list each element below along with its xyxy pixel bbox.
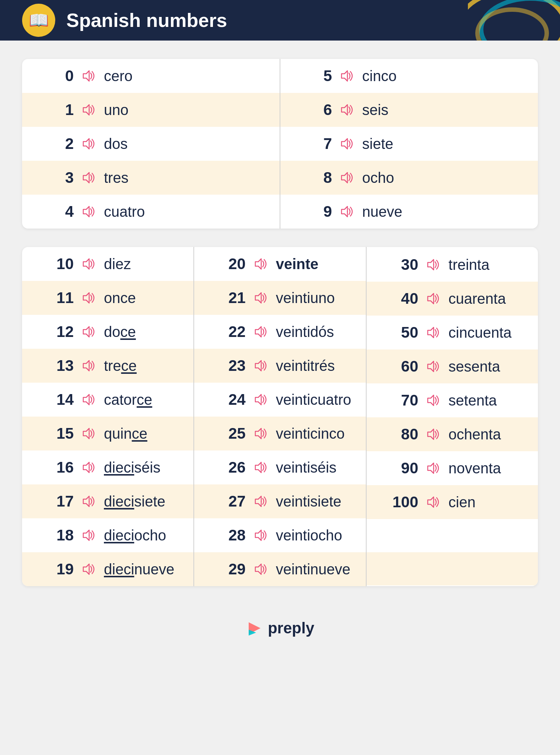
number-label: 90 xyxy=(381,459,418,477)
speaker-icon[interactable] xyxy=(339,205,356,218)
svg-point-10 xyxy=(89,264,90,265)
speaker-icon[interactable] xyxy=(81,69,97,83)
number-label: 12 xyxy=(37,323,74,341)
number-label: 0 xyxy=(37,67,74,85)
speaker-icon[interactable] xyxy=(81,359,97,372)
number-label: 19 xyxy=(37,560,74,578)
svg-point-36 xyxy=(433,468,434,469)
list-item: 12 doce xyxy=(22,315,193,349)
svg-point-21 xyxy=(260,298,262,299)
svg-point-30 xyxy=(433,264,434,265)
svg-point-4 xyxy=(89,211,90,212)
list-item: 18 dieciocho xyxy=(22,518,193,552)
header-logo: 📖 xyxy=(22,4,55,37)
svg-point-19 xyxy=(89,569,90,570)
svg-point-33 xyxy=(433,366,434,367)
number-label: 20 xyxy=(209,255,246,273)
svg-point-8 xyxy=(347,177,348,178)
number-label: 60 xyxy=(381,358,418,375)
speaker-icon[interactable] xyxy=(253,427,269,440)
svg-point-29 xyxy=(260,569,262,570)
number-label: 2 xyxy=(37,135,74,153)
speaker-icon[interactable] xyxy=(253,563,269,576)
svg-point-16 xyxy=(89,467,90,468)
speaker-icon[interactable] xyxy=(426,394,442,407)
speaker-icon[interactable] xyxy=(253,495,269,508)
list-item: 27 veintisiete xyxy=(194,484,366,518)
list-item: 70 setenta xyxy=(367,383,538,417)
list-item: 5 cinco xyxy=(280,59,538,93)
list-item: 0 cero xyxy=(22,59,280,93)
speaker-icon[interactable] xyxy=(339,171,356,184)
number-label: 25 xyxy=(209,425,246,442)
col-left: 0 cero 1 uno 2 dos 3 tres 4 xyxy=(22,59,280,229)
speaker-icon[interactable] xyxy=(426,326,442,339)
speaker-icon[interactable] xyxy=(426,360,442,373)
speaker-icon[interactable] xyxy=(426,462,442,475)
svg-point-3 xyxy=(89,177,90,178)
col-30s-100: 30 treinta 40 cuarenta 50 cincuenta 60 s… xyxy=(367,248,538,585)
svg-point-37 xyxy=(433,502,434,503)
list-item: 17 diecisiete xyxy=(22,484,193,518)
speaker-icon[interactable] xyxy=(81,393,97,406)
speaker-icon[interactable] xyxy=(81,325,97,338)
speaker-icon[interactable] xyxy=(81,257,97,271)
list-item xyxy=(367,519,538,552)
svg-point-0 xyxy=(89,76,90,77)
speaker-icon[interactable] xyxy=(81,205,97,218)
speaker-icon[interactable] xyxy=(81,137,97,150)
speaker-icon[interactable] xyxy=(81,563,97,576)
speaker-icon[interactable] xyxy=(253,529,269,542)
list-item: 13 trece xyxy=(22,349,193,383)
speaker-icon[interactable] xyxy=(339,103,356,116)
list-item: 28 veintiocho xyxy=(194,518,366,552)
speaker-icon[interactable] xyxy=(81,495,97,508)
speaker-icon[interactable] xyxy=(81,427,97,440)
speaker-icon[interactable] xyxy=(253,393,269,406)
speaker-icon[interactable] xyxy=(253,461,269,474)
svg-point-2 xyxy=(89,143,90,145)
svg-point-6 xyxy=(347,109,348,111)
svg-point-34 xyxy=(433,400,434,401)
speaker-icon[interactable] xyxy=(81,461,97,474)
speaker-icon[interactable] xyxy=(253,291,269,305)
svg-point-7 xyxy=(347,143,348,145)
number-label: 16 xyxy=(37,459,74,476)
preply-icon xyxy=(246,619,263,637)
list-item: 90 noventa xyxy=(367,451,538,485)
page-title: Spanish numbers xyxy=(66,9,227,31)
speaker-icon[interactable] xyxy=(339,69,356,83)
col-10s: 10 diez 11 once 12 doce 13 trece 14 xyxy=(22,247,194,586)
speaker-icon[interactable] xyxy=(426,292,442,305)
speaker-icon[interactable] xyxy=(253,325,269,338)
speaker-icon[interactable] xyxy=(81,103,97,116)
speaker-icon[interactable] xyxy=(426,428,442,441)
list-item: 9 nueve xyxy=(280,195,538,229)
list-item: 11 once xyxy=(22,281,193,315)
speaker-icon[interactable] xyxy=(81,291,97,305)
list-item: 60 sesenta xyxy=(367,349,538,383)
list-item: 20 veinte xyxy=(194,247,366,281)
speaker-icon[interactable] xyxy=(426,495,442,509)
number-label: 70 xyxy=(381,392,418,409)
number-label: 23 xyxy=(209,357,246,375)
speaker-icon[interactable] xyxy=(81,171,97,184)
svg-point-32 xyxy=(433,332,434,333)
number-label: 29 xyxy=(209,560,246,578)
speaker-icon[interactable] xyxy=(339,137,356,150)
list-item: 15 quince xyxy=(22,417,193,450)
number-label: 8 xyxy=(295,169,332,187)
list-item: 22 veintidós xyxy=(194,315,366,349)
speaker-icon[interactable] xyxy=(81,529,97,542)
speaker-icon[interactable] xyxy=(253,257,269,271)
col-right: 5 cinco 6 seis 7 siete 8 ocho 9 xyxy=(280,59,538,229)
svg-point-14 xyxy=(89,399,90,400)
speaker-icon[interactable] xyxy=(426,258,442,271)
svg-point-5 xyxy=(347,76,348,77)
number-label: 17 xyxy=(37,493,74,510)
list-item: 16 dieciséis xyxy=(22,450,193,484)
list-item: 3 tres xyxy=(22,161,280,195)
svg-point-26 xyxy=(260,467,262,468)
list-item: 24 veinticuatro xyxy=(194,383,366,417)
speaker-icon[interactable] xyxy=(253,359,269,372)
